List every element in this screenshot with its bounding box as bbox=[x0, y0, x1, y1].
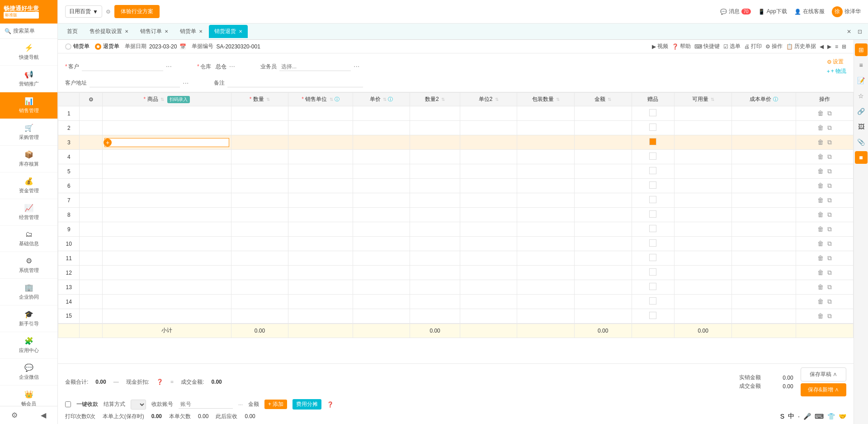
row-unit-5[interactable] bbox=[288, 164, 353, 179]
radio-sales-bill[interactable]: 销货单 bbox=[65, 43, 90, 50]
row-qty2-7[interactable] bbox=[410, 193, 460, 208]
sidebar-item-jingying[interactable]: 📈 经营管理 bbox=[0, 199, 57, 226]
sort-icon[interactable]: ⇅ bbox=[441, 97, 445, 102]
attach-icon[interactable]: 📎 bbox=[855, 136, 868, 148]
row-avail-11[interactable] bbox=[675, 251, 732, 266]
copy-row-btn-3[interactable]: ⧉ bbox=[827, 138, 832, 146]
list-view-btn[interactable]: ≡ bbox=[835, 43, 838, 50]
industry-select[interactable]: 日用百货 ▼ bbox=[65, 5, 102, 18]
delete-row-btn-7[interactable]: 🗑 bbox=[817, 196, 824, 204]
row-unit2-11[interactable] bbox=[460, 251, 517, 266]
row-qty2-15[interactable] bbox=[410, 309, 460, 324]
address-ellipsis-btn[interactable]: ··· bbox=[183, 79, 189, 87]
copy-row-btn-7[interactable]: ⧉ bbox=[827, 196, 832, 204]
row-gift-12[interactable] bbox=[632, 266, 675, 280]
row-qty-4[interactable] bbox=[231, 150, 288, 164]
add-row-icon[interactable]: + bbox=[104, 138, 112, 147]
delete-row-btn-13[interactable]: 🗑 bbox=[817, 283, 824, 291]
grid-view-btn[interactable]: ⊞ bbox=[842, 43, 846, 50]
row-pack-11[interactable] bbox=[517, 251, 575, 266]
row-price-7[interactable] bbox=[353, 193, 410, 208]
row-amount-11[interactable] bbox=[574, 251, 632, 266]
trial-button[interactable]: 体验行业方案 bbox=[114, 5, 160, 18]
row-avail-10[interactable] bbox=[675, 237, 732, 251]
radio-return-bill[interactable]: 退货单 bbox=[95, 43, 119, 50]
delete-row-btn-8[interactable]: 🗑 bbox=[817, 211, 824, 218]
row-qty2-8[interactable] bbox=[410, 208, 460, 222]
note-icon[interactable]: 📝 bbox=[855, 74, 868, 87]
row-amount-6[interactable] bbox=[574, 179, 632, 193]
row-avail-9[interactable] bbox=[675, 222, 732, 237]
sidebar-item-xinshou[interactable]: 🎓 新手引导 bbox=[0, 305, 57, 332]
row-product-7[interactable] bbox=[103, 193, 231, 208]
row-price-3[interactable] bbox=[353, 135, 410, 150]
row-amount-8[interactable] bbox=[574, 208, 632, 222]
row-unit2-2[interactable] bbox=[460, 121, 517, 135]
tab-close-icon[interactable]: ✕ bbox=[125, 29, 128, 34]
tab-home[interactable]: 首页 bbox=[61, 25, 83, 38]
settings-btn[interactable]: ⚙ 设置 bbox=[827, 58, 846, 66]
gift-checkbox-5[interactable] bbox=[649, 167, 656, 174]
row-product-4[interactable] bbox=[103, 150, 231, 164]
delete-row-btn-12[interactable]: 🗑 bbox=[817, 269, 824, 276]
sidebar-item-qiye[interactable]: 🏢 企业协同 bbox=[0, 279, 57, 305]
sidebar-item-kuaijie[interactable]: ⚡ 快捷导航 bbox=[0, 39, 57, 66]
row-gift-6[interactable] bbox=[632, 179, 675, 193]
copy-row-btn-8[interactable]: ⧉ bbox=[827, 211, 832, 218]
tab-close-icon[interactable]: ✕ bbox=[199, 29, 203, 34]
row-unit2-9[interactable] bbox=[460, 222, 517, 237]
row-avail-1[interactable] bbox=[675, 106, 732, 121]
info-icon[interactable]: ⓘ bbox=[388, 96, 393, 102]
row-pack-14[interactable] bbox=[517, 295, 575, 309]
row-pack-1[interactable] bbox=[517, 106, 575, 121]
row-product-2[interactable] bbox=[103, 121, 231, 135]
copy-row-btn-11[interactable]: ⧉ bbox=[827, 254, 832, 262]
row-gift-10[interactable] bbox=[632, 237, 675, 251]
sidebar-search[interactable]: 🔍 搜索菜单 bbox=[0, 24, 57, 39]
row-qty2-11[interactable] bbox=[410, 251, 460, 266]
row-pack-3[interactable] bbox=[517, 135, 575, 150]
delete-row-btn-15[interactable]: 🗑 bbox=[817, 312, 824, 319]
row-unit-15[interactable] bbox=[288, 309, 353, 324]
copy-row-btn-9[interactable]: ⧉ bbox=[827, 225, 832, 233]
delete-row-btn-10[interactable]: 🗑 bbox=[817, 240, 824, 247]
row-price-14[interactable] bbox=[353, 295, 410, 309]
row-cost-11[interactable] bbox=[731, 251, 796, 266]
row-price-8[interactable] bbox=[353, 208, 410, 222]
copy-row-btn-2[interactable]: ⧉ bbox=[827, 124, 832, 131]
account-input[interactable] bbox=[179, 400, 233, 409]
row-price-1[interactable] bbox=[353, 106, 410, 121]
history-btn[interactable]: 📋 历史单据 bbox=[786, 43, 816, 50]
sort-icon[interactable]: ⇅ bbox=[711, 97, 714, 102]
select-bill-btn[interactable]: ☑ 选单 bbox=[723, 43, 741, 50]
row-unit-8[interactable] bbox=[288, 208, 353, 222]
row-unit-7[interactable] bbox=[288, 193, 353, 208]
row-unit-4[interactable] bbox=[288, 150, 353, 164]
row-pack-7[interactable] bbox=[517, 193, 575, 208]
row-product-10[interactable] bbox=[103, 237, 231, 251]
row-amount-3[interactable] bbox=[574, 135, 632, 150]
row-cost-13[interactable] bbox=[731, 280, 796, 295]
row-unit-2[interactable] bbox=[288, 121, 353, 135]
row-gift-1[interactable] bbox=[632, 106, 675, 121]
gift-checkbox-6[interactable] bbox=[649, 181, 656, 189]
row-product-9[interactable] bbox=[103, 222, 231, 237]
customer-ellipsis-btn[interactable]: ··· bbox=[166, 62, 172, 71]
delete-row-btn-1[interactable]: 🗑 bbox=[817, 110, 824, 117]
row-gift-11[interactable] bbox=[632, 251, 675, 266]
row-product-8[interactable] bbox=[103, 208, 231, 222]
row-qty-8[interactable] bbox=[231, 208, 288, 222]
row-pack-13[interactable] bbox=[517, 280, 575, 295]
row-pack-6[interactable] bbox=[517, 179, 575, 193]
sidebar-item-yingxiao[interactable]: 📢 营销推广 bbox=[0, 66, 57, 92]
row-unit2-14[interactable] bbox=[460, 295, 517, 309]
info-icon[interactable]: ⓘ bbox=[773, 96, 778, 102]
row-amount-9[interactable] bbox=[574, 222, 632, 237]
delete-row-btn-6[interactable]: 🗑 bbox=[817, 182, 824, 189]
sort-icon[interactable]: ⇅ bbox=[556, 97, 560, 102]
row-gift-9[interactable] bbox=[632, 222, 675, 237]
row-amount-1[interactable] bbox=[574, 106, 632, 121]
delete-row-btn-9[interactable]: 🗑 bbox=[817, 225, 824, 233]
row-qty-3[interactable] bbox=[231, 135, 288, 150]
fee-help-icon[interactable]: ❓ bbox=[327, 401, 334, 408]
